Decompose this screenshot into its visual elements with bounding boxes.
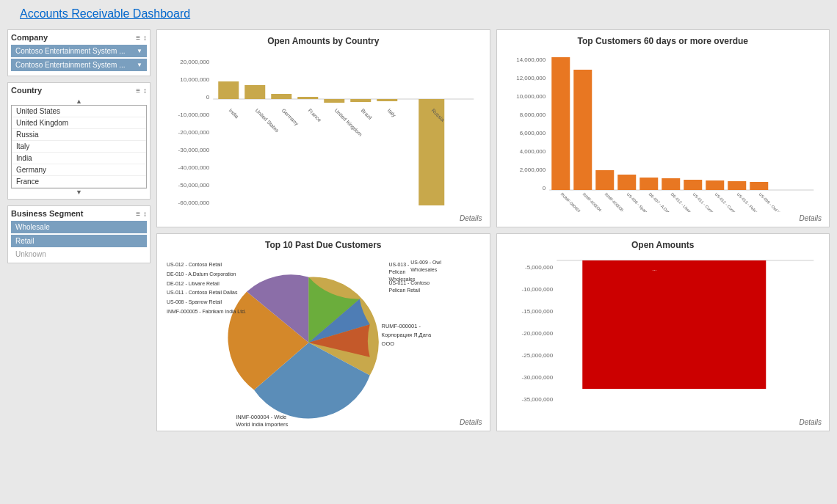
open-amounts-country-panel: Open Amounts by Country 20,000,000 10,00…	[156, 29, 490, 227]
past-due-title: Top 10 Past Due Customers	[163, 240, 484, 250]
svg-text:DE-010 - A.Datum Corporation: DE-010 - A.Datum Corporation	[167, 271, 236, 277]
svg-text:US-011 - Contoso Retail Dallas: US-011 - Contoso Retail Dallas	[167, 291, 238, 296]
svg-text:-50,000,000: -50,000,000	[178, 182, 210, 189]
bar-customer-4	[617, 175, 636, 190]
company-filter-icons: ≡ ↕	[136, 34, 147, 42]
open-amounts-bottom-chart: -5,000,000 -10,000,000 -15,000,000 -20,0…	[503, 255, 824, 427]
svg-text:-35,000,000: -35,000,000	[521, 396, 553, 403]
svg-text:Brazil: Brazil	[360, 108, 374, 121]
svg-text:8,000,000: 8,000,000	[519, 112, 546, 118]
charts-top-row: Open Amounts by Country 20,000,000 10,00…	[156, 29, 830, 227]
charts-bottom-row: Top 10 Past Due Customers	[156, 233, 830, 431]
svg-text:Wholesales: Wholesales	[410, 267, 437, 272]
country-item-uk[interactable]: United Kingdom	[12, 117, 146, 129]
company-filter-title: Company	[11, 33, 48, 42]
filter-icon[interactable]: ≡	[136, 34, 140, 42]
company-arrow-2: ▼	[137, 62, 142, 68]
bar-us	[244, 85, 265, 99]
country-filter-header: Country ≡ ↕	[11, 86, 147, 95]
bar-india	[218, 81, 239, 99]
open-amounts-bottom-details[interactable]: Details	[799, 418, 822, 426]
country-scroll-down[interactable]: ▼	[11, 189, 147, 196]
country-filter-icons: ≡ ↕	[136, 87, 147, 95]
segment-wholesale[interactable]: Wholesale	[11, 221, 147, 233]
svg-text:-30,000,000: -30,000,000	[521, 374, 553, 381]
svg-text:US-011 - Contoso: US-011 - Contoso	[389, 280, 430, 285]
top-customers-title: Top Customers 60 days or more overdue	[503, 36, 824, 46]
svg-text:Корпорация Я.Дата: Корпорация Я.Дата	[382, 332, 432, 338]
svg-text:Pelican Retail: Pelican Retail	[389, 288, 421, 293]
svg-text:-20,000,000: -20,000,000	[521, 330, 553, 337]
sort-icon[interactable]: ↕	[143, 34, 147, 42]
svg-text:DE-012 - Litware Retail: DE-012 - Litware Retail	[167, 281, 220, 286]
svg-text:India: India	[228, 108, 240, 120]
segment-filter-icons: ≡ ↕	[136, 210, 147, 218]
svg-text:US-009 - Owl: US-009 - Owl	[410, 260, 441, 265]
svg-text:0: 0	[206, 94, 210, 101]
svg-text:10,000,000: 10,000,000	[516, 93, 546, 100]
company-item-2[interactable]: Contoso Entertainment System ... ▼	[11, 59, 147, 71]
svg-text:20,000,000: 20,000,000	[180, 59, 210, 65]
past-due-pie-panel: Top 10 Past Due Customers	[156, 233, 490, 431]
filter-icon-segment[interactable]: ≡	[136, 210, 140, 218]
segment-filter-header: Business Segment ≡ ↕	[11, 209, 147, 218]
svg-text:Pelican: Pelican	[389, 269, 406, 274]
country-filter-panel: Country ≡ ↕ ▲ United States United Kingd…	[7, 82, 151, 200]
unknown-label: Unknown	[11, 249, 147, 260]
country-item-de[interactable]: Germany	[12, 164, 146, 176]
past-due-pie-chart: US-012 - Contoso Retail DE-010 - A.Datum…	[163, 255, 484, 427]
open-amounts-bottom-title: Open Amounts	[503, 240, 824, 250]
svg-text:6,000,000: 6,000,000	[519, 130, 546, 136]
open-amounts-bar-chart: 20,000,000 10,000,000 0 -10,000,000 -20,…	[163, 51, 484, 212]
svg-text:-40,000,000: -40,000,000	[178, 164, 210, 171]
sidebar: Company ≡ ↕ Contoso Entertainment System…	[7, 29, 151, 431]
svg-text:US-012 - Contoso Retail: US-012 - Contoso Retail	[167, 262, 222, 267]
open-amounts-bottom-panel: Open Amounts -5,000,000 -10,000,000 -15,…	[496, 233, 830, 431]
company-item-1[interactable]: Contoso Entertainment System ... ▼	[11, 45, 147, 57]
svg-text:-10,000,000: -10,000,000	[178, 112, 210, 118]
svg-text:-10,000,000: -10,000,000	[521, 286, 553, 293]
svg-text:United States: United States	[255, 108, 280, 134]
svg-text:-60,000,000: -60,000,000	[178, 200, 210, 206]
segment-retail[interactable]: Retail	[11, 235, 147, 247]
open-amounts-country-details[interactable]: Details	[460, 214, 482, 222]
top-customers-details[interactable]: Details	[799, 214, 822, 222]
svg-text:12,000,000: 12,000,000	[516, 75, 546, 81]
page-title: Accounts Receivable Dashboard	[7, 7, 830, 21]
bar-customer-3	[595, 170, 614, 190]
bar-customer-5	[639, 178, 658, 190]
company-filter-panel: Company ≡ ↕ Contoso Entertainment System…	[7, 29, 151, 76]
country-item-it[interactable]: Italy	[12, 141, 146, 153]
country-item-fr[interactable]: France	[12, 176, 146, 188]
bar-france	[297, 97, 318, 99]
svg-text:-30,000,000: -30,000,000	[178, 147, 210, 153]
country-item-us[interactable]: United States	[12, 106, 146, 117]
svg-text:United Kingdom: United Kingdom	[333, 108, 363, 138]
svg-text:RUMF-000001 -: RUMF-000001 -	[382, 323, 421, 329]
open-amounts-bar	[582, 260, 766, 389]
svg-text:4,000,000: 4,000,000	[519, 148, 546, 155]
company-item-2-label: Contoso Entertainment System ...	[15, 61, 126, 69]
svg-text:INMF-000005 - Fabrikam India L: INMF-000005 - Fabrikam India Ltd.	[167, 309, 246, 314]
bar-customer-6	[662, 178, 680, 190]
bar-italy	[377, 99, 397, 101]
country-list: United States United Kingdom Russia Ital…	[11, 105, 147, 189]
svg-text:France: France	[308, 108, 322, 123]
sort-icon-segment[interactable]: ↕	[143, 210, 147, 218]
top-customers-bar-chart: 14,000,000 12,000,000 10,000,000 8,000,0…	[503, 51, 824, 212]
bar-customer-9	[728, 181, 746, 190]
filter-icon-country[interactable]: ≡	[136, 87, 140, 95]
country-scroll-up[interactable]: ▲	[11, 98, 147, 105]
past-due-details[interactable]: Details	[460, 418, 482, 426]
svg-text:-25,000,000: -25,000,000	[521, 352, 553, 359]
bar-customer-1	[551, 57, 570, 190]
svg-text:ООО: ООО	[382, 340, 395, 347]
country-item-ru[interactable]: Russia	[12, 129, 146, 141]
svg-text:World India Importers: World India Importers	[236, 421, 288, 427]
country-item-in[interactable]: India	[12, 153, 146, 164]
sort-icon-country[interactable]: ↕	[143, 87, 147, 95]
bar-germany	[271, 94, 291, 99]
bar-customer-2	[573, 70, 592, 190]
open-amounts-country-title: Open Amounts by Country	[163, 36, 484, 46]
top-customers-panel: Top Customers 60 days or more overdue 14…	[496, 29, 830, 227]
